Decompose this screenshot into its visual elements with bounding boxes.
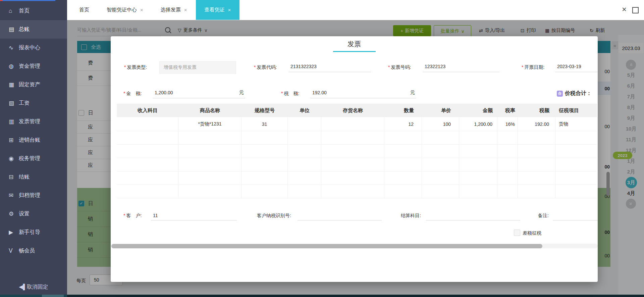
column-header: 单价 (422, 104, 459, 117)
customer-input[interactable]: 11 (151, 211, 237, 220)
invoice-code-label: *发票代码: (254, 64, 277, 70)
settle-account-input[interactable] (426, 211, 520, 220)
column-header: 商品名称 (178, 104, 241, 117)
sidebar-item-purchase-sales[interactable]: ⊞进销台账 (0, 131, 67, 149)
total-with-tax-label: 合价税合计： (557, 90, 598, 97)
close-icon[interactable]: × (184, 7, 187, 13)
empty-row (117, 158, 597, 171)
tab-smart-voucher-center[interactable]: 智能凭证中心× (98, 0, 152, 20)
amount-input[interactable]: 1,200.00元 (153, 87, 245, 98)
money-bag-icon: ◍ (9, 63, 19, 70)
unpin-icon: ◀▌ (19, 284, 27, 290)
customer-label: *客 户: (123, 213, 142, 219)
sidebar-item-fixed-assets[interactable]: ▦固定资产 (0, 76, 67, 94)
invoice-dialog: 发票 *发票类型: 增值税专用发票 *发票代码: 2131322323 *发票号… (111, 36, 598, 282)
unit-label: 元 (239, 90, 244, 96)
sidebar-item-tax-mgmt[interactable]: ◉税务管理 (0, 149, 67, 168)
amount-label: *金 额: (123, 91, 142, 97)
invoice-line-row[interactable]: *货物*1231 31 12 100 1,200.00 16% 192.00 货… (117, 117, 597, 131)
customer-tax-id-input[interactable] (298, 211, 382, 220)
sidebar-item-funds[interactable]: ◍资金管理 (0, 57, 67, 76)
sidebar-item-general-ledger[interactable]: ▤总账 (0, 20, 67, 39)
fullscreen-icon[interactable] (632, 7, 639, 13)
dialog-title: 发票 (111, 40, 598, 49)
dialog-hscrollbar-thumb[interactable] (111, 244, 542, 248)
tax-label: *税 额: (281, 91, 299, 97)
ledger-book-icon: ⊞ (9, 137, 19, 144)
chart-icon: ∿ (9, 44, 19, 51)
sidebar-item-home[interactable]: ⌂首页 (0, 2, 67, 20)
invoice-lines-table: 收入科目 商品名称 规格型号 单位 存货名称 数量 单价 金额 税率 税额 征税… (117, 104, 597, 198)
tab-select-invoice[interactable]: 选择发票× (152, 0, 196, 20)
invoice-date-input[interactable]: 2023-03-19 (555, 61, 598, 72)
closing-icon: ⊟ (9, 174, 19, 181)
tax-input[interactable]: 192.00元 (310, 87, 416, 98)
tab-view-voucher[interactable]: 查看凭证× (196, 0, 240, 20)
building-icon: ▦ (9, 81, 19, 88)
settle-account-label: 结算科目: (401, 213, 421, 219)
sidebar: ⌂首页 ▤总账 ∿报表中心 ◍资金管理 ▦固定资产 ▧工资 ▥发票管理 ⊞进销台… (0, 0, 67, 295)
salary-doc-icon: ▧ (9, 100, 19, 107)
table-header-row: 收入科目 商品名称 规格型号 单位 存货名称 数量 单价 金额 税率 税额 征税… (117, 104, 597, 117)
customer-tax-id-label: 客户纳税识别号: (257, 213, 291, 219)
empty-row (117, 185, 597, 198)
play-icon: ▶ (9, 229, 19, 236)
unpin-sidebar-button[interactable]: ◀▌取消固定 (0, 284, 67, 291)
column-header: 单位 (288, 104, 321, 117)
vip-icon: Ⅴ (9, 247, 19, 254)
tab-bar: 首页 智能凭证中心× 选择发票× 查看凭证× × (67, 0, 644, 20)
invoice-number-label: *发票号码: (388, 64, 411, 70)
sidebar-item-salary[interactable]: ▧工资 (0, 94, 67, 112)
invoice-type-label: *发票类型: (124, 64, 147, 70)
diff-tax-checkbox[interactable] (514, 230, 520, 236)
column-header: 税额 (518, 104, 555, 117)
total-icon: 合 (557, 91, 563, 97)
close-icon[interactable]: × (228, 7, 231, 13)
sidebar-item-settings[interactable]: ⚙设置 (0, 205, 67, 223)
invoice-number-input[interactable]: 12322123 (423, 61, 499, 72)
sidebar-item-closing[interactable]: ⊟结账 (0, 168, 67, 186)
empty-row (117, 145, 597, 158)
column-header: 规格型号 (241, 104, 288, 117)
sidebar-item-member[interactable]: Ⅴ畅会员 (0, 242, 67, 260)
sidebar-item-invoice-mgmt[interactable]: ▥发票管理 (0, 112, 67, 131)
remark-input[interactable] (553, 211, 598, 220)
column-header: 存货名称 (321, 104, 384, 117)
sidebar-item-report-center[interactable]: ∿报表中心 (0, 39, 67, 57)
dialog-hscrollbar-track[interactable] (111, 244, 598, 248)
sidebar-item-guide[interactable]: ▶新手引导 (0, 223, 67, 242)
archive-icon: ✉ (9, 192, 19, 199)
tab-home[interactable]: 首页 (70, 0, 98, 20)
invoice-type-select[interactable]: 增值税专用发票 (159, 61, 236, 74)
unit-label: 元 (410, 90, 415, 96)
column-header: 征税项目 (555, 104, 597, 117)
invoice-icon: ▥ (9, 118, 19, 125)
column-header: 税率 (497, 104, 518, 117)
remark-label: 备注: (538, 213, 549, 219)
top-edge-strip (0, 0, 55, 1)
empty-row (117, 131, 597, 145)
diff-tax-label: 差额征税 (523, 230, 541, 236)
title-accent-underline (333, 51, 376, 52)
sidebar-item-archive[interactable]: ✉归档管理 (0, 186, 67, 205)
column-header: 收入科目 (117, 104, 178, 117)
tax-icon: ◉ (9, 155, 19, 162)
column-header: 数量 (384, 104, 422, 117)
invoice-code-input[interactable]: 2131322323 (288, 61, 371, 72)
ledger-icon: ▤ (9, 26, 19, 33)
gear-icon: ⚙ (9, 210, 19, 217)
top-edge-notch (0, 0, 3, 1)
close-icon[interactable]: × (140, 7, 143, 13)
home-icon: ⌂ (9, 8, 19, 14)
empty-row (117, 171, 597, 185)
column-header: 金额 (459, 104, 497, 117)
invoice-date-label: *开票日期: (522, 64, 544, 70)
bottom-taskbar-strip (0, 295, 67, 297)
window-close-icon[interactable]: × (622, 5, 627, 14)
